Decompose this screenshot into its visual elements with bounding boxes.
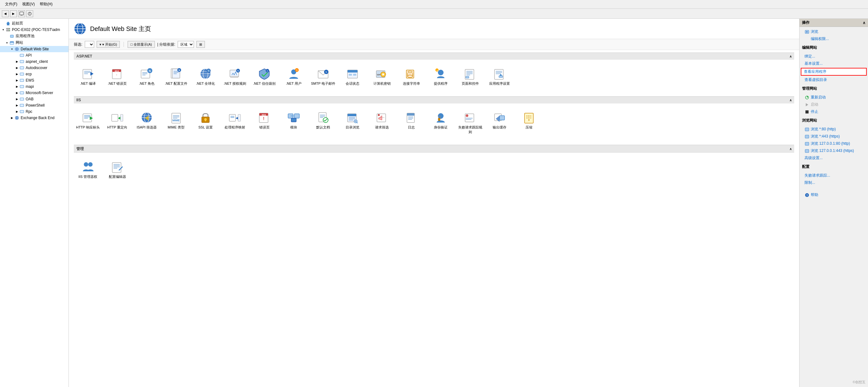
sidebar-item-exchange-back-end[interactable]: ▶ Exchange Back End bbox=[0, 115, 68, 121]
svg-point-94 bbox=[438, 70, 443, 75]
expand-sites-icon: ▾ bbox=[5, 41, 9, 45]
dotnet-config-item[interactable]: N .NET 配置文件 bbox=[162, 65, 190, 89]
help-action[interactable]: ? 帮助 bbox=[800, 191, 868, 198]
failed-request-item[interactable]: ! 失败请求跟踪规则 bbox=[456, 108, 484, 137]
sidebar-item-oab[interactable]: ▶ OAB bbox=[0, 96, 68, 102]
iis-collapse-btn[interactable]: ∧ bbox=[789, 98, 792, 102]
handler-mapping-label: 处理程序映射 bbox=[225, 125, 245, 130]
error-pages-item[interactable]: 404 ! 错误页 bbox=[250, 108, 278, 137]
sidebar-item-rpc[interactable]: ▶ Rpc bbox=[0, 108, 68, 115]
modules-item[interactable]: 模块 bbox=[280, 108, 308, 137]
sidebar-item-poc-label: POC-EX02 (POC-TEST\adm bbox=[12, 28, 60, 32]
toolbar-icon1-btn[interactable] bbox=[18, 10, 25, 17]
browse-80-action[interactable]: 浏览 *:80 (http) bbox=[800, 126, 868, 133]
ssl-settings-item[interactable]: SSL 设置 bbox=[191, 108, 220, 137]
expand-mapi-icon: ▶ bbox=[15, 85, 19, 89]
app-settings-item[interactable]: 应用程序设置 bbox=[486, 65, 514, 89]
svg-rect-196 bbox=[805, 150, 809, 153]
sidebar-item-ms-server[interactable]: ▶ Microsoft-Server bbox=[0, 90, 68, 96]
ecp-icon bbox=[20, 72, 24, 76]
dotnet-user-item[interactable]: N .NET 用户 bbox=[280, 65, 308, 89]
sidebar-item-ecp[interactable]: ▶ ecp bbox=[0, 71, 68, 77]
dotnet-auth-item[interactable]: N .NET 授权规则 bbox=[221, 65, 249, 89]
sidebar-item-powershell[interactable]: ▶ PowerShell bbox=[0, 102, 68, 108]
sidebar-item-sites[interactable]: ▾ 网站 bbox=[0, 39, 68, 46]
dotnet-role-item[interactable]: N .NET 角色 bbox=[133, 65, 161, 89]
sidebar-item-aspnet-client[interactable]: ▶ aspnet_client bbox=[0, 59, 68, 65]
app-settings-label: 应用程序设置 bbox=[489, 81, 510, 86]
view-applications-action[interactable]: 查看应用程序 bbox=[801, 68, 867, 76]
browse-127-80-action[interactable]: 浏览 127.0.0.1:80 (http) bbox=[800, 140, 868, 147]
output-cache-item[interactable]: 输出缓存 bbox=[486, 108, 514, 137]
sidebar-item-start[interactable]: 起始页 bbox=[0, 20, 68, 27]
logging-item[interactable]: 日志 bbox=[397, 108, 425, 137]
dotnet-auth-icon: N bbox=[229, 67, 241, 80]
edit-permissions-action[interactable]: 编辑权限... bbox=[800, 35, 868, 42]
compression-item[interactable]: 压缩 bbox=[515, 108, 543, 137]
expand-oab-icon: ▶ bbox=[15, 97, 19, 101]
view-virtual-dirs-action[interactable]: 查看虚拟目录 bbox=[800, 76, 868, 84]
limits-action[interactable]: 限制... bbox=[800, 179, 868, 186]
basic-settings-action[interactable]: 基本设置... bbox=[800, 60, 868, 67]
menu-help[interactable]: 帮助(H) bbox=[37, 1, 55, 7]
browse-action[interactable]: 浏览 bbox=[800, 28, 868, 35]
bind-action[interactable]: 绑定... bbox=[800, 53, 868, 60]
dotnet-compile-item[interactable]: .NET 编译 bbox=[74, 65, 102, 89]
toolbar-forward-btn[interactable]: ▶ bbox=[10, 10, 17, 17]
config-editor-item[interactable]: 配置编辑器 bbox=[103, 158, 131, 182]
sidebar-item-poc-ex02[interactable]: ▾ POC-EX02 (POC-TEST\adm bbox=[0, 27, 68, 33]
sidebar-item-mapi-label: mapi bbox=[26, 85, 34, 89]
request-filter-item[interactable]: 请求筛选 bbox=[368, 108, 396, 137]
stop-action[interactable]: 停止 bbox=[800, 108, 868, 115]
sidebar-item-apppool[interactable]: 应用程序池 bbox=[0, 33, 68, 39]
http-redirect-item[interactable]: HTTP 重定向 bbox=[103, 108, 131, 137]
sidebar-item-api[interactable]: API bbox=[0, 52, 68, 59]
toolbar-icon2-btn[interactable] bbox=[26, 10, 33, 17]
aspnet-collapse-btn[interactable]: ∧ bbox=[789, 55, 792, 58]
smtp-email-item[interactable]: N SMTP 电子邮件 bbox=[309, 65, 337, 89]
isapi-filter-item[interactable]: ISAPI 筛选器 bbox=[133, 108, 161, 137]
directory-browse-item[interactable]: 目录浏览 bbox=[338, 108, 367, 137]
sidebar-item-ews[interactable]: ▶ EWS bbox=[0, 77, 68, 84]
filter-start-btn[interactable]: ▾ ▾ 开始(G) bbox=[97, 41, 120, 48]
page-title-bar: Default Web Site 主页 bbox=[69, 19, 799, 39]
view-toggle-btn[interactable]: ⊞ bbox=[196, 41, 205, 48]
svg-text:N: N bbox=[325, 71, 327, 73]
session-state-item[interactable]: 会话状态 bbox=[338, 65, 367, 89]
aspnet-icons-grid: .NET 编译 404 ! .NET 错误页 bbox=[74, 62, 794, 91]
provider-item[interactable]: ★ 提供程序 bbox=[427, 65, 455, 89]
browse-443-action[interactable]: 浏览 *:443 (https) bbox=[800, 133, 868, 140]
svg-rect-102 bbox=[466, 76, 469, 78]
app-settings-icon bbox=[493, 67, 506, 80]
iis-manager-item[interactable]: IIS 管理器权 bbox=[74, 158, 102, 182]
failed-request-tracking-action[interactable]: 失败请求跟踪... bbox=[800, 172, 868, 179]
menu-file[interactable]: 文件(F) bbox=[2, 1, 20, 7]
sidebar-item-autodiscover[interactable]: ▶ Autodiscover bbox=[0, 65, 68, 71]
http-response-item[interactable]: HTTP 响应标头 bbox=[74, 108, 102, 137]
right-panel-title: 操作 bbox=[802, 20, 809, 25]
dotnet-trust-item[interactable]: N .NET 信任级别 bbox=[250, 65, 278, 89]
sidebar-item-default-web-site[interactable]: ▾ Default Web Site bbox=[0, 46, 68, 52]
machine-key-item[interactable]: 计算机密钥 bbox=[368, 65, 396, 89]
advanced-settings-action[interactable]: 高级设置... bbox=[800, 154, 868, 162]
show-all-btn[interactable]: □ 全部显示(A) bbox=[128, 41, 155, 48]
dotnet-error-item[interactable]: 404 ! .NET 错误页 bbox=[103, 65, 131, 89]
request-filter-label: 请求筛选 bbox=[375, 125, 389, 130]
start-action[interactable]: 启动 bbox=[800, 101, 868, 108]
group-by-select[interactable]: 区域 bbox=[178, 41, 194, 48]
provider-icon: ★ bbox=[434, 67, 447, 80]
browse-127-443-action[interactable]: 浏览 127.0.0.1:443 (https) bbox=[800, 147, 868, 154]
auth-item[interactable]: 身份验证 bbox=[427, 108, 455, 137]
dotnet-global-item[interactable]: N .NET 全球化 bbox=[191, 65, 220, 89]
menu-view[interactable]: 视图(V) bbox=[20, 1, 37, 7]
filter-select[interactable] bbox=[85, 41, 94, 48]
restart-action[interactable]: 重新启动 bbox=[800, 94, 868, 101]
toolbar-back-btn[interactable]: ◀ bbox=[2, 10, 9, 17]
sidebar-item-mapi[interactable]: ▶ mapi bbox=[0, 84, 68, 90]
connection-string-item[interactable]: ab 连接字符串 bbox=[397, 65, 425, 89]
pages-controls-item[interactable]: 页面和控件 bbox=[456, 65, 484, 89]
handler-mapping-item[interactable]: 处理程序映射 bbox=[221, 108, 249, 137]
manage-collapse-btn[interactable]: ∧ bbox=[789, 147, 792, 151]
default-document-item[interactable]: 默认文档 bbox=[309, 108, 337, 137]
mime-types-item[interactable]: MIME MIME 类型 bbox=[162, 108, 190, 137]
